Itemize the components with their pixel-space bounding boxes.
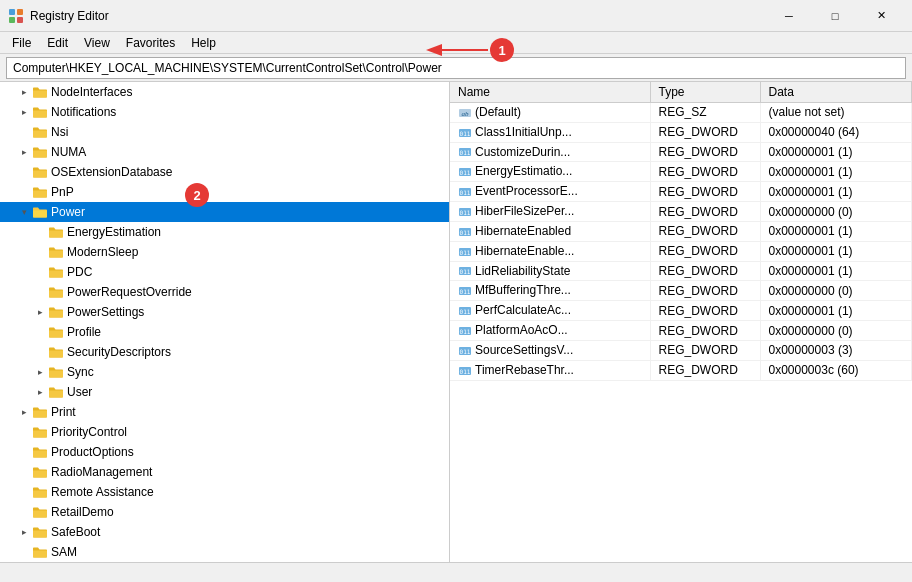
folder-icon (32, 544, 48, 560)
address-input[interactable] (6, 57, 906, 79)
tree-item-notifications[interactable]: ▸ Notifications (0, 102, 449, 122)
reg-data: 0x00000001 (1) (760, 221, 912, 241)
tree-item-pdc[interactable]: PDC (0, 262, 449, 282)
tree-item-radiomanagement[interactable]: RadioManagement (0, 462, 449, 482)
expand-btn[interactable]: ▾ (16, 204, 32, 220)
table-row[interactable]: 011 Class1InitialUnp... REG_DWORD 0x0000… (450, 122, 912, 142)
tree-item-powersettings[interactable]: ▸ PowerSettings (0, 302, 449, 322)
reg-name: 011 HibernateEnabled (450, 221, 650, 241)
svg-text:011: 011 (460, 348, 471, 355)
expand-btn[interactable]: ▸ (16, 524, 32, 540)
tree-item-prioritycontrol[interactable]: PriorityControl (0, 422, 449, 442)
svg-text:011: 011 (460, 229, 471, 236)
restore-button[interactable]: □ (812, 0, 858, 32)
table-row[interactable]: 011 HibernateEnabled REG_DWORD 0x0000000… (450, 221, 912, 241)
right-pane: Name Type Data ab (Default) REG_SZ (valu… (450, 82, 912, 562)
table-row[interactable]: 011 EnergyEstimatio... REG_DWORD 0x00000… (450, 162, 912, 182)
folder-icon (48, 384, 64, 400)
reg-type: REG_DWORD (650, 321, 760, 341)
table-row[interactable]: ab (Default) REG_SZ (value not set) (450, 103, 912, 123)
table-row[interactable]: 011 PlatformAoAcO... REG_DWORD 0x0000000… (450, 321, 912, 341)
folder-icon (32, 444, 48, 460)
reg-type: REG_DWORD (650, 281, 760, 301)
svg-rect-1 (17, 9, 23, 15)
tree-label: OSExtensionDatabase (51, 165, 172, 179)
tree-item-pnp[interactable]: PnP (0, 182, 449, 202)
tree-label: Remote Assistance (51, 485, 154, 499)
menu-help[interactable]: Help (183, 34, 224, 52)
folder-icon (32, 424, 48, 440)
tree-item-power[interactable]: ▾ Power (0, 202, 449, 222)
tree-item-productoptions[interactable]: ProductOptions (0, 442, 449, 462)
minimize-button[interactable]: ─ (766, 0, 812, 32)
table-row[interactable]: 011 HiberFileSizePer... REG_DWORD 0x0000… (450, 202, 912, 222)
svg-text:ab: ab (462, 110, 470, 118)
tree-item-safeboot[interactable]: ▸ SafeBoot (0, 522, 449, 542)
tree-label: ModernSleep (67, 245, 138, 259)
reg-data: 0x00000003 (3) (760, 340, 912, 360)
close-button[interactable]: ✕ (858, 0, 904, 32)
tree-label: RetailDemo (51, 505, 114, 519)
tree-item-numa[interactable]: ▸ NUMA (0, 142, 449, 162)
tree-label: PnP (51, 185, 74, 199)
reg-type: REG_DWORD (650, 122, 760, 142)
svg-text:011: 011 (460, 249, 471, 256)
menu-edit[interactable]: Edit (39, 34, 76, 52)
tree-item-sync[interactable]: ▸ Sync (0, 362, 449, 382)
folder-icon (32, 504, 48, 520)
expand-btn[interactable]: ▸ (16, 144, 32, 160)
tree-item-energyestimation[interactable]: EnergyEstimation (0, 222, 449, 242)
svg-rect-2 (9, 17, 15, 23)
expand-btn[interactable]: ▸ (32, 364, 48, 380)
folder-icon (48, 264, 64, 280)
table-row[interactable]: 011 PerfCalculateAc... REG_DWORD 0x00000… (450, 301, 912, 321)
tree-item-osextensiondatabase[interactable]: OSExtensionDatabase (0, 162, 449, 182)
menu-favorites[interactable]: Favorites (118, 34, 183, 52)
folder-icon (32, 464, 48, 480)
expand-btn[interactable]: ▸ (16, 104, 32, 120)
tree-item-remoteassistance[interactable]: Remote Assistance (0, 482, 449, 502)
tree-item-retaildemo[interactable]: RetailDemo (0, 502, 449, 522)
tree-label: ProductOptions (51, 445, 134, 459)
registry-table: Name Type Data ab (Default) REG_SZ (valu… (450, 82, 912, 381)
menu-view[interactable]: View (76, 34, 118, 52)
tree-item-modernsleep[interactable]: ModernSleep (0, 242, 449, 262)
table-row[interactable]: 011 LidReliabilityState REG_DWORD 0x0000… (450, 261, 912, 281)
tree-label: Profile (67, 325, 101, 339)
tree-label: Print (51, 405, 76, 419)
tree-pane[interactable]: ▸ NodeInterfaces▸ Notifications Nsi▸ NUM… (0, 82, 450, 562)
reg-name: 011 LidReliabilityState (450, 261, 650, 281)
table-row[interactable]: 011 TimerRebaseThr... REG_DWORD 0x000000… (450, 360, 912, 380)
reg-data: 0x00000001 (1) (760, 142, 912, 162)
reg-type: REG_DWORD (650, 202, 760, 222)
expand-btn[interactable]: ▸ (16, 404, 32, 420)
expand-btn[interactable]: ▸ (32, 384, 48, 400)
table-row[interactable]: 011 HibernateEnable... REG_DWORD 0x00000… (450, 241, 912, 261)
expand-placeholder (16, 444, 32, 460)
table-row[interactable]: 011 CustomizeDurin... REG_DWORD 0x000000… (450, 142, 912, 162)
expand-placeholder (16, 124, 32, 140)
title-bar-controls: ─ □ ✕ (766, 0, 904, 32)
tree-item-profile[interactable]: Profile (0, 322, 449, 342)
expand-placeholder (32, 244, 48, 260)
tree-label: NodeInterfaces (51, 85, 132, 99)
expand-btn[interactable]: ▸ (32, 304, 48, 320)
tree-item-print[interactable]: ▸ Print (0, 402, 449, 422)
tree-item-nodeinterfaces[interactable]: ▸ NodeInterfaces (0, 82, 449, 102)
tree-item-sam[interactable]: SAM (0, 542, 449, 562)
tree-label: PriorityControl (51, 425, 127, 439)
menu-file[interactable]: File (4, 34, 39, 52)
tree-item-user[interactable]: ▸ User (0, 382, 449, 402)
tree-item-powerrequestoverride[interactable]: PowerRequestOverride (0, 282, 449, 302)
reg-name: 011 CustomizeDurin... (450, 142, 650, 162)
tree-label: PowerSettings (67, 305, 144, 319)
reg-data: 0x00000000 (0) (760, 202, 912, 222)
table-row[interactable]: 011 SourceSettingsV... REG_DWORD 0x00000… (450, 340, 912, 360)
tree-item-nsi[interactable]: Nsi (0, 122, 449, 142)
expand-btn[interactable]: ▸ (16, 84, 32, 100)
tree-item-securitydescriptors[interactable]: SecurityDescriptors (0, 342, 449, 362)
table-row[interactable]: 011 EventProcessorE... REG_DWORD 0x00000… (450, 182, 912, 202)
reg-name: 011 HibernateEnable... (450, 241, 650, 261)
table-row[interactable]: 011 MfBufferingThre... REG_DWORD 0x00000… (450, 281, 912, 301)
col-type: Type (650, 82, 760, 103)
